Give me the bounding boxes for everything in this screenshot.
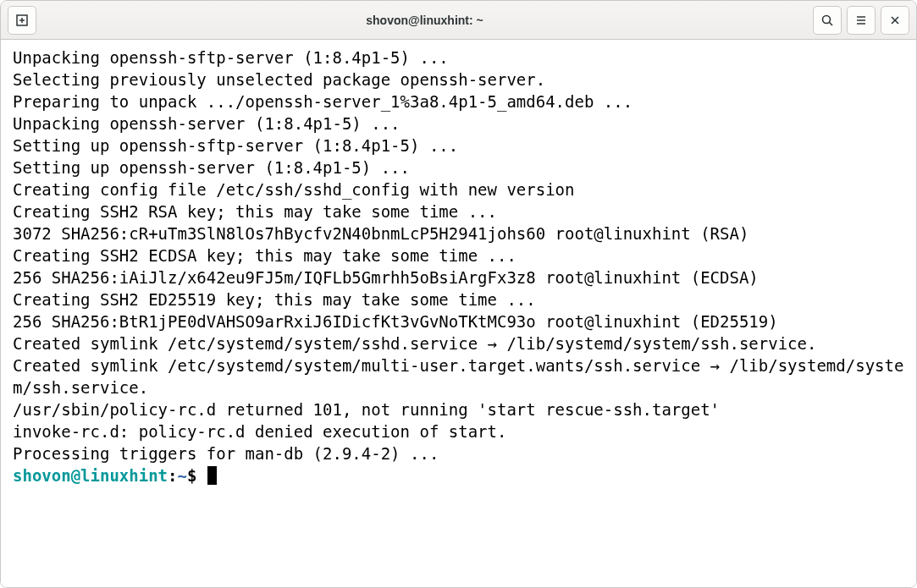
- terminal-output-line: Selecting previously unselected package …: [13, 69, 904, 91]
- close-icon: [888, 14, 902, 27]
- prompt-host: linuxhint: [80, 466, 168, 485]
- terminal-output-line: invoke-rc.d: policy-rc.d denied executio…: [13, 420, 904, 442]
- terminal-output-line: /usr/sbin/policy-rc.d returned 101, not …: [13, 398, 904, 420]
- prompt-path: ~: [178, 466, 187, 485]
- prompt-symbol: $: [187, 466, 207, 485]
- new-tab-icon: [15, 14, 29, 27]
- prompt-at: @: [71, 466, 80, 485]
- terminal-output-line: Unpacking openssh-sftp-server (1:8.4p1-5…: [13, 47, 904, 69]
- hamburger-icon: [854, 14, 868, 27]
- terminal-window: shovon@linuxhint: ~: [0, 0, 917, 588]
- terminal-output-line: Created symlink /etc/systemd/system/sshd…: [13, 332, 904, 354]
- terminal-output-line: Creating config file /etc/ssh/sshd_confi…: [13, 179, 904, 201]
- close-button[interactable]: [881, 6, 909, 35]
- terminal-output-line: 3072 SHA256:cR+uTm3SlN8lOs7hBycfv2N40bnm…: [13, 223, 904, 245]
- terminal-output-line: Creating SSH2 ECDSA key; this may take s…: [13, 245, 904, 267]
- terminal-output-line: Preparing to unpack .../openssh-server_1…: [13, 91, 904, 113]
- terminal-output-line: Creating SSH2 RSA key; this may take som…: [13, 201, 904, 223]
- search-icon: [820, 14, 834, 27]
- terminal-output-line: Creating SSH2 ED25519 key; this may take…: [13, 289, 904, 310]
- terminal-output-line: 256 SHA256:BtR1jPE0dVAHSO9arRxiJ6IDicfKt…: [13, 310, 904, 332]
- terminal-output-line: 256 SHA256:iAiJlz/x642eu9FJ5m/IQFLb5Gmrh…: [13, 267, 904, 289]
- terminal-prompt-line[interactable]: shovon@linuxhint:~$: [13, 464, 904, 486]
- terminal-output-line: Processing triggers for man-db (2.9.4-2)…: [13, 442, 904, 464]
- svg-line-4: [830, 22, 833, 25]
- terminal-output-line: Setting up openssh-sftp-server (1:8.4p1-…: [13, 135, 904, 157]
- search-button[interactable]: [813, 6, 842, 35]
- prompt-colon: :: [168, 466, 177, 485]
- terminal-viewport[interactable]: Unpacking openssh-sftp-server (1:8.4p1-5…: [1, 40, 916, 587]
- terminal-cursor: [207, 466, 217, 485]
- titlebar-controls: [813, 6, 909, 35]
- titlebar: shovon@linuxhint: ~: [1, 1, 916, 40]
- prompt-user: shovon: [13, 466, 71, 485]
- hamburger-menu-button[interactable]: [847, 6, 876, 35]
- new-tab-button[interactable]: [8, 6, 36, 35]
- terminal-output-line: Setting up openssh-server (1:8.4p1-5) ..…: [13, 157, 904, 179]
- terminal-output-line: Unpacking openssh-server (1:8.4p1-5) ...: [13, 113, 904, 135]
- svg-point-3: [823, 15, 831, 23]
- terminal-output-line: Created symlink /etc/systemd/system/mult…: [13, 354, 904, 398]
- window-title: shovon@linuxhint: ~: [41, 14, 808, 27]
